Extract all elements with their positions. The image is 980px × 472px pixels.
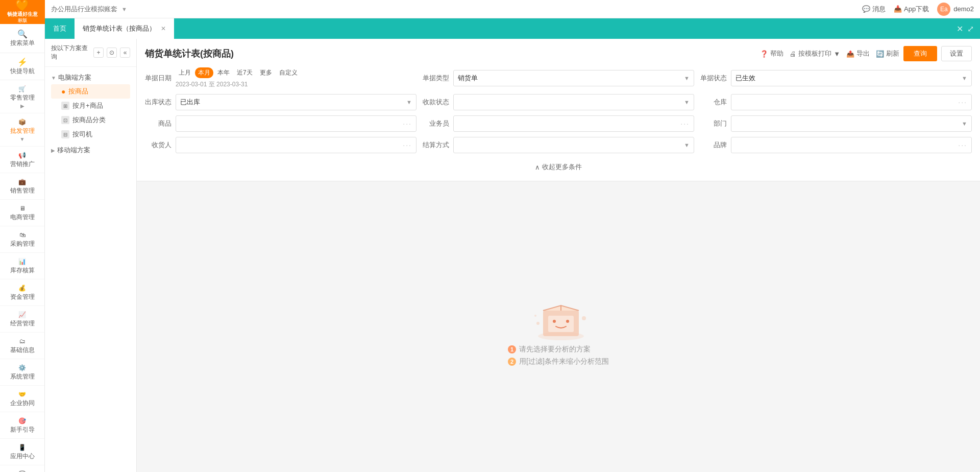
sidebar-item-ecommerce[interactable]: 🖥 电商管理: [0, 200, 44, 226]
filter-warehouse: 仓库 ···: [700, 94, 972, 110]
sidebar-item-wechat[interactable]: 💬 企业微信: [0, 465, 44, 472]
date-tab-custom[interactable]: 自定义: [276, 67, 301, 78]
sidebar-item-newbie[interactable]: 🎯 新手引导: [0, 412, 44, 439]
maximize-icon[interactable]: ⤢: [967, 24, 974, 34]
topbar-right: 💬 消息 📥 App下载 Ea demo2: [862, 3, 974, 16]
status-dropdown[interactable]: 已生效 ▼: [731, 70, 972, 86]
expand-icon: ▼: [51, 75, 56, 81]
collapse-up-icon: ∧: [535, 163, 540, 171]
help-button[interactable]: ❓ 帮助: [760, 49, 783, 58]
sidebar-item-basic[interactable]: 🗂 基础信息: [0, 333, 44, 359]
refresh-icon: 🔄: [876, 50, 884, 58]
tab-home[interactable]: 首页: [45, 18, 75, 39]
warehouse-dots-icon: ···: [958, 98, 967, 106]
consignee-input[interactable]: ···: [176, 137, 416, 153]
app-download-button[interactable]: 📥 App下载: [894, 5, 929, 14]
edit-scheme-button[interactable]: ⊙: [107, 48, 117, 58]
right-panel: 销货单统计表(按商品) ❓ 帮助 🖨 按模板打印 ▼ 📤: [137, 39, 980, 472]
date-tab-this-year[interactable]: 本年: [214, 67, 233, 78]
query-button[interactable]: 查询: [903, 46, 937, 61]
sidebar-item-purchase[interactable]: 🛍 采购管理: [0, 226, 44, 253]
logo: 🧡 畅捷通好生意 标版: [0, 0, 45, 24]
scheme-item-by-product[interactable]: ● 按商品: [51, 84, 130, 99]
dropdown-chevron-icon[interactable]: ▼: [121, 6, 127, 12]
svg-point-6: [582, 316, 586, 320]
tab-close-icon[interactable]: ✕: [161, 25, 166, 32]
filter-rows: 单据日期 上月 本月 本年 近7天 更多 自定义 2023-03-01 至 20…: [145, 67, 972, 174]
scheme-header: 按以下方案查询 + ⊙ «: [45, 39, 136, 67]
salesperson-input[interactable]: ···: [453, 115, 694, 132]
date-tab-this-month[interactable]: 本月: [195, 67, 213, 78]
filter-salesperson: 业务员 ···: [423, 115, 694, 132]
sidebar-item-apps[interactable]: 📱 应用中心: [0, 439, 44, 465]
sidebar-item-inventory[interactable]: 📊 库存核算: [0, 253, 44, 279]
date-tab-7days[interactable]: 近7天: [234, 67, 256, 78]
out-label: 出库状态: [145, 98, 172, 107]
date-tab-last-month[interactable]: 上月: [176, 67, 194, 78]
filter-actions: ❓ 帮助 🖨 按模板打印 ▼ 📤 导出 🔄: [760, 49, 899, 58]
scheme-item-by-month-product[interactable]: ⊞ 按月+商品: [51, 99, 130, 113]
tip2-dot: 2: [508, 358, 516, 366]
sidebar-item-retail[interactable]: 🛒 零售管理 ▶: [0, 80, 44, 113]
settlement-dropdown[interactable]: ▼: [453, 137, 694, 153]
topbar-left: 办公用品行业模拟账套 ▼: [51, 5, 127, 14]
logo-text: 畅捷通好生意: [7, 11, 38, 17]
message-button[interactable]: 💬 消息: [862, 5, 886, 14]
user-info[interactable]: Ea demo2: [937, 3, 974, 16]
filter-row-2: 出库状态 已出库 ▼ 收款状态 ▼ 仓库: [145, 94, 972, 110]
brand-input[interactable]: ···: [731, 137, 972, 153]
collapse-scheme-button[interactable]: «: [120, 48, 130, 58]
filter-out-status: 出库状态 已出库 ▼: [145, 94, 416, 110]
filter-date: 单据日期 上月 本月 本年 近7天 更多 自定义 2023-03-01 至 20…: [145, 67, 416, 89]
active-dot-icon: ●: [61, 87, 65, 96]
collapse-bar[interactable]: ∧ 收起更多条件: [145, 158, 972, 174]
type-chevron-icon: ▼: [684, 75, 690, 81]
print-button[interactable]: 🖨 按模板打印 ▼: [790, 49, 840, 58]
sidebar-item-sales[interactable]: 💼 销售管理: [0, 173, 44, 200]
status-label: 单据状态: [700, 74, 727, 83]
refresh-button[interactable]: 🔄 刷新: [876, 49, 899, 58]
sidebar-item-system[interactable]: ⚙️ 系统管理: [0, 359, 44, 386]
warehouse-label: 仓库: [700, 98, 727, 107]
export-button[interactable]: 📤 导出: [846, 49, 870, 58]
desktop-scheme-group: ▼ 电脑端方案 ● 按商品 ⊞ 按月+商品 ⊡ 按商品分类 ⊟ 按司机: [51, 71, 130, 141]
scheme-item-by-machine[interactable]: ⊟ 按司机: [51, 127, 130, 141]
goods-input[interactable]: ···: [176, 115, 416, 132]
main-content: 按以下方案查询 + ⊙ « ▼ 电脑端方案 ● 按商品 ⊞ 按月+商品: [45, 39, 980, 472]
sidebar-item-finance[interactable]: 💰 资金管理: [0, 279, 44, 306]
scheme-item-by-category[interactable]: ⊡ 按商品分类: [51, 113, 130, 127]
department-label: 部门: [700, 119, 727, 128]
add-scheme-button[interactable]: +: [93, 48, 104, 58]
quick-nav[interactable]: ⚡ 快捷导航: [0, 53, 44, 80]
tab-stats[interactable]: 销货单统计表（按商品） ✕: [75, 18, 174, 39]
dropdown-label[interactable]: 办公用品行业模拟账套: [51, 5, 117, 14]
date-tab-more[interactable]: 更多: [257, 67, 275, 78]
status-chevron-icon: ▼: [962, 75, 967, 81]
sidebar-item-marketing[interactable]: 📢 营销推广: [0, 147, 44, 173]
settings-button[interactable]: 设置: [941, 46, 972, 61]
search-menu[interactable]: 🔍 搜索菜单: [0, 24, 44, 53]
brand-label: 品牌: [700, 140, 727, 150]
desktop-scheme-header[interactable]: ▼ 电脑端方案: [51, 71, 130, 84]
collection-dropdown[interactable]: ▼: [453, 94, 694, 110]
sidebar-item-operations[interactable]: 📈 经营管理: [0, 306, 44, 333]
type-dropdown[interactable]: 销货单 ▼: [453, 70, 694, 86]
sidebar-item-enterprise[interactable]: 🤝 企业协同: [0, 386, 44, 412]
type-label: 单据类型: [423, 74, 449, 83]
out-dropdown[interactable]: 已出库 ▼: [176, 94, 416, 110]
chevron-right-icon: ▶: [20, 103, 24, 109]
logo-icon: 🧡: [15, 0, 29, 11]
mobile-scheme-header[interactable]: ▶ 移动端方案: [51, 144, 130, 157]
grid3-icon: ⊟: [61, 130, 69, 138]
sidebar: 🧡 畅捷通好生意 标版 🔍 搜索菜单 ⚡ 快捷导航 🛒 零售管理 ▶ 📦 批发管…: [0, 0, 45, 472]
filter-row-4: 收货人 ··· 结算方式 ▼ 品牌: [145, 137, 972, 153]
help-icon: ❓: [760, 50, 768, 58]
grid-icon: ⊞: [61, 102, 69, 110]
department-dropdown[interactable]: ▼: [731, 115, 972, 132]
filter-status: 单据状态 已生效 ▼: [700, 70, 972, 86]
sidebar-item-wholesale[interactable]: 📦 批发管理 ▼: [0, 113, 44, 147]
warehouse-input[interactable]: ···: [731, 94, 972, 110]
minimize-icon[interactable]: ✕: [957, 24, 963, 34]
avatar: Ea: [937, 3, 950, 16]
department-chevron-icon: ▼: [962, 121, 967, 127]
